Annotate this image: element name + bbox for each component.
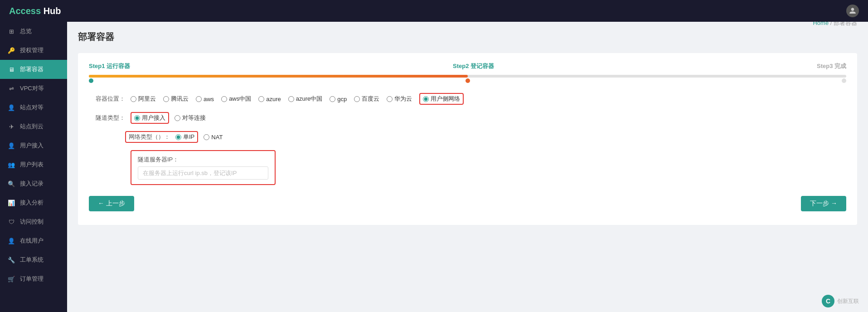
sidebar-item-ticket-system[interactable]: 🔧 工单系统 bbox=[0, 250, 67, 269]
network-nat[interactable]: NAT bbox=[204, 134, 223, 141]
location-aws[interactable]: aws bbox=[196, 96, 214, 102]
breadcrumb-separator: / bbox=[830, 22, 832, 26]
user-avatar[interactable] bbox=[846, 5, 859, 17]
location-user-network[interactable]: 用户侧网络 bbox=[423, 95, 460, 103]
page-title: 部署容器 bbox=[78, 31, 114, 43]
tunnel-peer[interactable]: 对等连接 bbox=[175, 114, 206, 122]
chart-icon: 📊 bbox=[7, 200, 15, 206]
main-content: 部署容器 Home / 部署容器 Step1 运行容器 Step2 登记容器 S… bbox=[67, 22, 868, 312]
location-aws-china[interactable]: aws中国 bbox=[221, 95, 251, 103]
sidebar-item-dashboard[interactable]: ⊞ 总览 bbox=[0, 22, 67, 41]
tunnel-type-row: 隧道类型： 用户接入 对等连接 bbox=[89, 112, 846, 124]
sidebar-item-label: 部署容器 bbox=[20, 65, 44, 73]
brand-access: Access bbox=[9, 6, 41, 16]
watermark-text: 创新互联 bbox=[837, 297, 859, 305]
step-dots bbox=[89, 79, 846, 84]
dashboard-icon: ⊞ bbox=[7, 28, 15, 35]
location-azure[interactable]: azure bbox=[258, 96, 281, 102]
sidebar-item-label: 接入分析 bbox=[20, 199, 44, 207]
tunnel-user-access[interactable]: 用户接入 bbox=[134, 114, 165, 122]
sidebar-item-vpc-peer[interactable]: ⇌ VPC对等 bbox=[0, 79, 67, 98]
sidebar-item-site-peer[interactable]: 👤 站点对等 bbox=[0, 98, 67, 117]
step2-label: Step2 登记容器 bbox=[453, 62, 494, 70]
top-navigation: Access Hub bbox=[0, 0, 868, 22]
sidebar-item-label: VPC对等 bbox=[20, 84, 44, 93]
step2-dot bbox=[466, 78, 470, 83]
sidebar-item-access-analysis[interactable]: 📊 接入分析 bbox=[0, 193, 67, 212]
next-button[interactable]: 下一步 → bbox=[801, 196, 846, 211]
network-single-ip[interactable]: 单IP bbox=[175, 133, 194, 141]
progress-fill bbox=[89, 75, 468, 78]
user-access-icon: 👤 bbox=[7, 142, 15, 149]
users-icon: 👥 bbox=[7, 161, 15, 168]
sidebar-item-site-to-cloud[interactable]: ✈ 站点到云 bbox=[0, 117, 67, 136]
sidebar-item-label: 站点到云 bbox=[20, 122, 44, 131]
sidebar-item-online-users[interactable]: 👤 在线用户 bbox=[0, 231, 67, 250]
container-location-label: 容器位置： bbox=[89, 95, 125, 103]
bottom-bar: ← 上一步 下一步 → bbox=[89, 196, 846, 211]
breadcrumb-home[interactable]: Home bbox=[813, 22, 829, 26]
sidebar-item-label: 接入记录 bbox=[20, 180, 44, 188]
network-type-highlight: 网络类型（）： 单IP bbox=[125, 131, 198, 143]
monitor-icon: 🖥 bbox=[7, 66, 15, 73]
step3-dot bbox=[842, 78, 846, 83]
network-type-row: 网络类型（）： 单IP NAT bbox=[89, 131, 846, 143]
sidebar-item-user-access[interactable]: 👤 用户接入 bbox=[0, 136, 67, 155]
tunnel-server-ip-label: 隧道服务器IP： bbox=[138, 156, 268, 164]
sidebar-item-access-policy[interactable]: 🛡 访问控制 bbox=[0, 212, 67, 231]
sidebar-item-label: 用户列表 bbox=[20, 161, 44, 169]
sidebar-item-label: 工单系统 bbox=[20, 256, 44, 264]
cart-icon: 🛒 bbox=[7, 276, 15, 283]
cloud-icon: ✈ bbox=[7, 123, 15, 130]
steps-area: Step1 运行容器 Step2 登记容器 Step3 完成 bbox=[89, 62, 846, 84]
watermark-logo: C bbox=[822, 295, 834, 307]
watermark: C 创新互联 bbox=[822, 295, 859, 307]
location-baidu[interactable]: 百度云 bbox=[354, 95, 379, 103]
breadcrumb-current: 部署容器 bbox=[834, 22, 857, 26]
sidebar-item-label: 在线用户 bbox=[20, 237, 44, 245]
location-tencent[interactable]: 腾讯云 bbox=[163, 95, 189, 103]
location-aliyun[interactable]: 阿里云 bbox=[131, 95, 156, 103]
container-location-row: 容器位置： 阿里云 腾讯云 aws aws中国 azure azure中国 gc… bbox=[89, 93, 846, 105]
step-wizard: Step1 运行容器 Step2 登记容器 Step3 完成 bbox=[78, 53, 857, 225]
location-huawei[interactable]: 华为云 bbox=[387, 95, 412, 103]
sidebar-item-label: 访问控制 bbox=[20, 218, 44, 226]
site-peer-icon: 👤 bbox=[7, 104, 15, 111]
form-section: 容器位置： 阿里云 腾讯云 aws aws中国 azure azure中国 gc… bbox=[89, 93, 846, 185]
progress-track bbox=[89, 75, 846, 78]
step-labels-row: Step1 运行容器 Step2 登记容器 Step3 完成 bbox=[89, 62, 846, 70]
step3-label: Step3 完成 bbox=[817, 62, 846, 70]
sidebar-item-label: 总览 bbox=[20, 27, 32, 35]
search-icon: 🔍 bbox=[7, 180, 15, 187]
key-icon: 🔑 bbox=[7, 47, 15, 54]
brand-logo: Access Hub bbox=[9, 6, 61, 16]
tunnel-type-highlight: 用户接入 bbox=[131, 112, 169, 124]
sidebar-item-access-control[interactable]: 🔑 授权管理 bbox=[0, 41, 67, 60]
sidebar-item-label: 订单管理 bbox=[20, 275, 44, 283]
breadcrumb: Home / 部署容器 bbox=[813, 22, 857, 27]
peer-icon: ⇌ bbox=[7, 85, 15, 92]
network-type-label: 网络类型（）： bbox=[129, 133, 170, 141]
sidebar-item-label: 授权管理 bbox=[20, 46, 44, 54]
tunnel-server-ip-input[interactable] bbox=[138, 166, 268, 180]
step1-dot bbox=[89, 78, 93, 83]
sidebar-item-access-log[interactable]: 🔍 接入记录 bbox=[0, 174, 67, 193]
sidebar: ⊞ 总览 🔑 授权管理 🖥 部署容器 ⇌ VPC对等 👤 站点对等 ✈ 站点到云… bbox=[0, 22, 67, 312]
location-user-network-highlight: 用户侧网络 bbox=[419, 93, 464, 105]
sidebar-item-order-mgmt[interactable]: 🛒 订单管理 bbox=[0, 269, 67, 288]
sidebar-item-label: 站点对等 bbox=[20, 103, 44, 112]
tunnel-type-label: 隧道类型： bbox=[89, 114, 125, 122]
brand-hub: Hub bbox=[44, 6, 61, 16]
location-azure-china[interactable]: azure中国 bbox=[288, 95, 323, 103]
wrench-icon: 🔧 bbox=[7, 257, 15, 263]
tunnel-server-ip-container: 隧道服务器IP： bbox=[131, 150, 276, 185]
container-location-group: 阿里云 腾讯云 aws aws中国 azure azure中国 gcp 百度云 … bbox=[131, 93, 464, 105]
prev-button[interactable]: ← 上一步 bbox=[89, 196, 134, 211]
shield-icon: 🛡 bbox=[7, 219, 15, 225]
sidebar-item-label: 用户接入 bbox=[20, 141, 44, 150]
sidebar-item-deploy-container[interactable]: 🖥 部署容器 bbox=[0, 60, 67, 79]
step1-label: Step1 运行容器 bbox=[89, 62, 130, 70]
sidebar-item-user-list[interactable]: 👥 用户列表 bbox=[0, 155, 67, 174]
location-gcp[interactable]: gcp bbox=[330, 96, 347, 102]
online-icon: 👤 bbox=[7, 238, 15, 244]
